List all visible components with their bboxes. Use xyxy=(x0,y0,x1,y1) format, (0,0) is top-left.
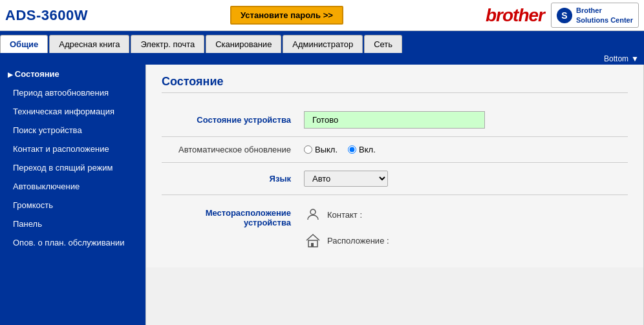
location-value: Контакт : Расположение : xyxy=(304,205,628,257)
sidebar-item-find-device[interactable]: Поиск устройства xyxy=(0,121,145,140)
device-status-label: Состояние устройства xyxy=(162,115,304,125)
language-value: Авто English Русский Deutsch Français xyxy=(304,171,628,187)
device-status-value: Готово xyxy=(304,111,628,129)
radio-on[interactable] xyxy=(348,145,356,154)
status-box: Готово xyxy=(304,111,485,129)
svg-rect-2 xyxy=(311,243,314,247)
tab-admin[interactable]: Администратор xyxy=(283,35,363,53)
sidebar: Состояние Период автообновления Техничес… xyxy=(0,65,145,325)
content-title: Состояние xyxy=(162,75,628,93)
sidebar-item-panel[interactable]: Панель xyxy=(0,215,145,233)
page-title: ADS-3600W xyxy=(5,7,88,24)
language-label: Язык xyxy=(162,174,304,183)
auto-update-value: Выкл. Вкл. xyxy=(304,145,628,154)
tab-general[interactable]: Общие xyxy=(0,35,48,53)
bottom-arrow-icon: ▼ xyxy=(631,54,639,63)
nav-bar: Общие Адресная книга Электр. почта Скани… xyxy=(0,31,644,53)
solutions-center-icon: S xyxy=(557,8,572,23)
header-right: brother S BrotherSolutions Center xyxy=(486,3,639,28)
tab-network[interactable]: Сеть xyxy=(364,35,402,53)
radio-off-option[interactable]: Выкл. xyxy=(304,145,338,154)
location-field-icon xyxy=(304,231,322,249)
radio-group-update: Выкл. Вкл. xyxy=(304,145,628,154)
location-row: Месторасположениеустройства Контакт : xyxy=(162,195,628,257)
bottom-link[interactable]: Bottom xyxy=(604,54,628,63)
sidebar-item-contact-location[interactable]: Контакт и расположение xyxy=(0,140,145,158)
tab-scan[interactable]: Сканирование xyxy=(206,35,281,53)
auto-update-label: Автоматическое обновление xyxy=(162,145,304,154)
contact-row: Контакт : xyxy=(304,205,628,224)
radio-on-label: Вкл. xyxy=(359,145,376,154)
bottom-bar: Bottom ▼ xyxy=(0,53,644,65)
sidebar-item-tech-info[interactable]: Техническая информация xyxy=(0,102,145,121)
solutions-center-link[interactable]: S BrotherSolutions Center xyxy=(551,3,639,28)
radio-off[interactable] xyxy=(304,145,312,154)
sidebar-item-auto-off[interactable]: Автовыключение xyxy=(0,177,145,196)
device-status-row: Состояние устройства Готово xyxy=(162,103,628,137)
radio-off-label: Выкл. xyxy=(315,145,338,154)
sidebar-item-volume[interactable]: Громкость xyxy=(0,196,145,215)
tab-address-book[interactable]: Адресная книга xyxy=(49,35,129,53)
radio-on-option[interactable]: Вкл. xyxy=(348,145,376,154)
main-layout: Состояние Период автообновления Техничес… xyxy=(0,65,644,325)
content-area: Состояние Состояние устройства Готово Ав… xyxy=(145,65,644,325)
sidebar-item-sleep-mode[interactable]: Переход в спящий режим xyxy=(0,158,145,177)
contact-label: Контакт : xyxy=(327,210,362,220)
location-field-row: Расположение : xyxy=(304,231,628,249)
location-label: Месторасположениеустройства xyxy=(162,205,304,227)
sidebar-item-maintenance[interactable]: Опов. о план. обслуживании xyxy=(0,233,145,252)
header: ADS-3600W Установите пароль >> brother S… xyxy=(0,0,644,31)
contact-icon xyxy=(304,205,322,224)
language-select[interactable]: Авто English Русский Deutsch Français xyxy=(304,171,388,187)
auto-update-row: Автоматическое обновление Выкл. Вкл. xyxy=(162,137,628,163)
set-password-button[interactable]: Установите пароль >> xyxy=(230,6,343,25)
tab-email[interactable]: Электр. почта xyxy=(131,35,204,53)
language-row: Язык Авто English Русский Deutsch França… xyxy=(162,163,628,195)
solutions-center-text: BrotherSolutions Center xyxy=(576,6,633,25)
location-field-label: Расположение : xyxy=(327,236,389,246)
svg-point-0 xyxy=(310,209,316,215)
sidebar-item-status[interactable]: Состояние xyxy=(0,65,145,83)
brother-logo: brother xyxy=(486,5,544,26)
sidebar-item-autoupdate-period[interactable]: Период автообновления xyxy=(0,83,145,102)
content-inner: Состояние Состояние устройства Готово Ав… xyxy=(146,65,643,267)
